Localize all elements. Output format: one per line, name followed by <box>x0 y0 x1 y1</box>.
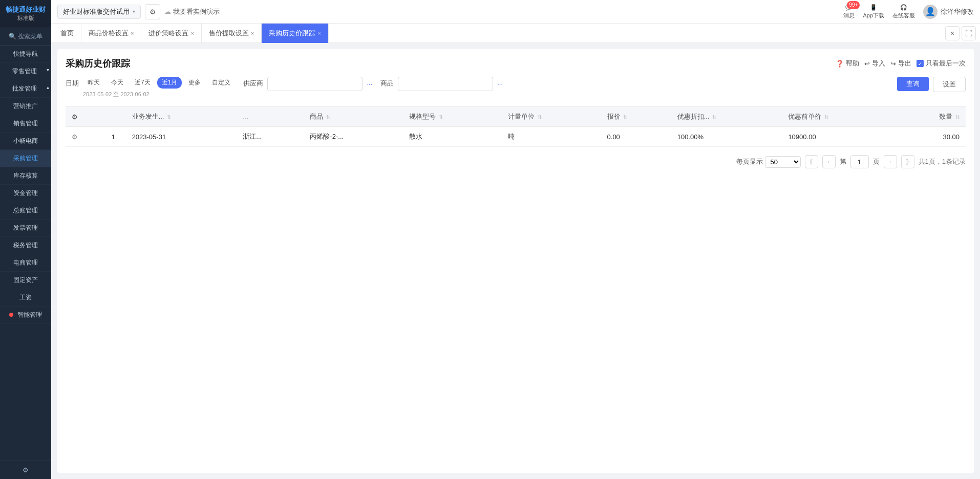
col-settings[interactable]: ⚙ <box>66 107 105 127</box>
sidebar-item-fixed-assets[interactable]: 固定资产 <box>0 272 51 289</box>
import-label: 导入 <box>872 59 885 68</box>
demo-link-label: 我要看实例演示 <box>173 7 220 16</box>
supplier-more-button[interactable]: ... <box>367 77 372 89</box>
sidebar-item-label: 销售管理 <box>13 120 38 127</box>
col-product[interactable]: 商品 ⇅ <box>304 107 403 127</box>
sidebar-item-capital[interactable]: 资金管理 <box>0 185 51 202</box>
avatar: 👤 <box>923 5 938 19</box>
date-btn-yesterday[interactable]: 昨天 <box>83 77 104 89</box>
sidebar-item-ecommerce[interactable]: 电商管理 <box>0 254 51 272</box>
settings-button[interactable]: 设置 <box>933 77 966 92</box>
pagination-bar: 每页显示 50 10 20 100 ⟪ ‹ 第 页 › ⟫ 共1页，1条记录 <box>66 147 966 170</box>
row-pre-discount-price: 10900.00 <box>782 127 895 147</box>
tab-strategy[interactable]: 进价策略设置 × <box>141 24 201 43</box>
prev-page-button[interactable]: ‹ <box>822 155 836 168</box>
product-filter-label: 商品 <box>380 77 394 88</box>
sidebar-item-general-ledger[interactable]: 总账管理 <box>0 202 51 220</box>
date-btn-last7[interactable]: 近7天 <box>130 77 155 89</box>
tab-purchase-track[interactable]: 采购历史价跟踪 × <box>262 24 328 43</box>
col-discount[interactable]: 优惠折扣... ⇅ <box>671 107 782 127</box>
edition-settings-button[interactable]: ⚙ <box>145 4 160 19</box>
col-dots[interactable]: ... <box>237 107 304 127</box>
checkbox-icon: ✓ <box>917 60 924 67</box>
product-more-button[interactable]: ... <box>497 77 503 89</box>
close-tab-button[interactable]: × <box>945 26 960 40</box>
headset-icon: 🎧 <box>900 4 907 11</box>
row-unit: 吨 <box>502 127 601 147</box>
date-btn-today[interactable]: 今天 <box>106 77 128 89</box>
last-page-button[interactable]: ⟫ <box>901 155 914 168</box>
maximize-tab-button[interactable]: ⛶ <box>962 26 976 40</box>
date-btn-custom[interactable]: 自定义 <box>207 77 235 89</box>
product-input[interactable] <box>402 80 488 88</box>
only-last-label: 只看最后一次 <box>926 59 966 68</box>
col-quantity[interactable]: 数量 ⇅ <box>896 107 966 127</box>
only-last-checkbox[interactable]: ✓ 只看最后一次 <box>917 59 966 68</box>
export-label: 导出 <box>898 59 911 68</box>
supplier-input[interactable] <box>272 80 358 88</box>
customer-service-button[interactable]: 🎧 在线客服 <box>892 4 915 19</box>
sidebar-item-tax[interactable]: 税务管理 <box>0 237 51 254</box>
date-filter-options: 昨天 今天 近7天 近1月 更多 自定义 2023-05-02 至 2023-0… <box>83 77 235 98</box>
export-button[interactable]: ↪ 导出 <box>890 59 911 68</box>
sidebar-item-small-ecommerce[interactable]: 小畅电商 <box>0 133 51 150</box>
page-prefix-label: 第 <box>840 157 846 166</box>
help-button[interactable]: ❓ 帮助 <box>836 59 859 68</box>
col-pre-discount-price[interactable]: 优惠前单价 ⇅ <box>782 107 895 127</box>
filter-actions: 查询 设置 <box>897 77 966 92</box>
query-button[interactable]: 查询 <box>897 77 929 91</box>
close-icon[interactable]: × <box>190 30 194 36</box>
sidebar-item-smart[interactable]: 智能管理 <box>0 307 51 324</box>
supplier-filter-label: 供应商 <box>243 77 263 88</box>
sidebar-item-payroll[interactable]: 工资 <box>0 289 51 307</box>
sidebar-item-wholesale[interactable]: 批发管理 ▴ <box>0 80 51 98</box>
col-biz-date[interactable]: 业务发生... ⇅ <box>126 107 237 127</box>
close-icon[interactable]: × <box>131 30 134 36</box>
close-icon[interactable]: × <box>251 30 254 36</box>
app-icon: 📱 <box>870 4 877 11</box>
sidebar-search[interactable]: 🔍 搜索菜单 <box>0 28 51 46</box>
sidebar-item-purchase[interactable]: 采购管理 <box>0 150 51 167</box>
col-unit[interactable]: 计量单位 ⇅ <box>502 107 601 127</box>
date-btn-last1m[interactable]: 近1月 <box>157 77 182 89</box>
sidebar-item-label: 采购管理 <box>13 155 38 162</box>
close-icon: × <box>950 29 954 37</box>
tab-sale-price[interactable]: 售价提取设置 × <box>202 24 262 43</box>
col-spec[interactable]: 规格型号 ⇅ <box>403 107 502 127</box>
sidebar-item-invoice[interactable]: 发票管理 <box>0 220 51 237</box>
message-button[interactable]: 💬 99+ 消息 <box>843 4 855 19</box>
supplier-input-wrap <box>267 77 363 91</box>
page-number-input[interactable] <box>850 155 869 168</box>
row-quote: 0.00 <box>601 127 671 147</box>
demo-link[interactable]: ☁ 我要看实例演示 <box>164 7 220 16</box>
app-download-button[interactable]: 📱 App下载 <box>863 4 884 19</box>
chevron-down-icon: ▾ <box>47 67 49 73</box>
sidebar-item-nav[interactable]: 快捷导航 <box>0 46 51 63</box>
date-filter-label: 日期 <box>66 77 79 88</box>
edition-selector[interactable]: 好业财标准版交付试用 ▾ <box>57 5 141 19</box>
next-page-button[interactable]: › <box>884 155 897 168</box>
tab-label: 进价策略设置 <box>148 29 188 38</box>
import-button[interactable]: ↩ 导入 <box>864 59 885 68</box>
tab-price[interactable]: 商品价格设置 × <box>81 24 141 43</box>
sidebar-item-label: 小畅电商 <box>13 137 38 144</box>
per-page-dropdown[interactable]: 50 10 20 100 <box>765 156 801 168</box>
sidebar-item-sales[interactable]: 销售管理 <box>0 115 51 133</box>
top-bar-right: 💬 99+ 消息 📱 App下载 🎧 在线客服 👤 徐泽华修改 <box>843 4 974 19</box>
date-btn-more[interactable]: 更多 <box>184 77 205 89</box>
close-icon[interactable]: × <box>317 30 321 36</box>
tab-home[interactable]: 首页 <box>53 24 81 43</box>
filter-row: 日期 昨天 今天 近7天 近1月 更多 自定义 2023-05-02 至 202… <box>66 77 966 98</box>
sidebar-item-marketing[interactable]: 营销推广 <box>0 98 51 115</box>
sidebar-gear-button[interactable]: ⚙ <box>0 461 51 479</box>
sidebar-item-inventory[interactable]: 库存核算 <box>0 167 51 185</box>
sidebar-item-retail[interactable]: 零售管理 ▾ <box>0 63 51 80</box>
first-page-button[interactable]: ⟪ <box>805 155 818 168</box>
row-settings[interactable]: ⚙ <box>66 127 105 147</box>
col-quote[interactable]: 报价 ⇅ <box>601 107 671 127</box>
sidebar-item-label: 库存核算 <box>13 172 38 179</box>
user-info[interactable]: 👤 徐泽华修改 <box>923 5 974 19</box>
sidebar-item-label: 智能管理 <box>17 311 42 318</box>
product-filter-group: 商品 ... <box>380 77 503 91</box>
page-header: 采购历史价跟踪 ❓ 帮助 ↩ 导入 ↪ 导出 ✓ <box>66 57 966 70</box>
